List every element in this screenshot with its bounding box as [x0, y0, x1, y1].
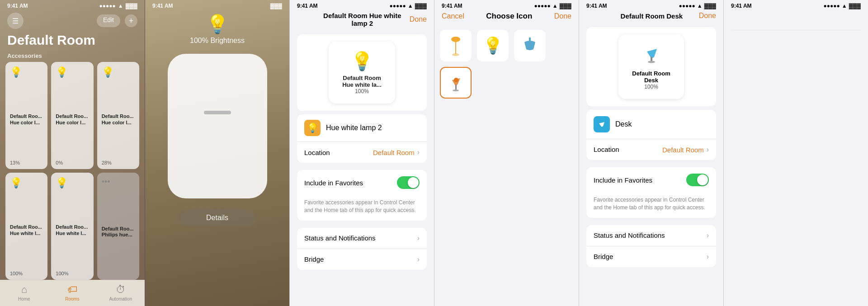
- tab-bar: ⌂ Home 🏷 Rooms ⏱ Automation: [0, 280, 145, 306]
- desk-name-text: Desk: [615, 120, 632, 128]
- cancel-button[interactable]: Cancel: [442, 12, 464, 20]
- desk-location-row[interactable]: Location Default Room ›: [586, 139, 716, 160]
- status-time-4: 9:41 AM: [442, 3, 462, 9]
- lamp-device-image: [168, 54, 267, 198]
- automation-icon: ⏱: [116, 284, 126, 296]
- desk-bridge-row[interactable]: Bridge ›: [586, 246, 716, 267]
- tile-name: Default Roo...Hue color l...: [56, 113, 89, 125]
- status-notifications-row[interactable]: Status and Notifications ›: [297, 228, 427, 249]
- status-bar-5: 9:41 AM ●●●●● ▲ ▓▓▓: [579, 0, 723, 10]
- tile-value: 13%: [10, 160, 43, 165]
- desk-favorites-toggle[interactable]: [686, 174, 709, 186]
- status-time-6: 9:41 AM: [731, 3, 752, 9]
- status-bar-2: 9:41 AM ▓▓▓: [145, 0, 289, 10]
- lamp-settings-body: 💡 Default RoomHue white la... 100% 💡 Hue…: [290, 31, 434, 306]
- toggle-knob: [408, 177, 419, 188]
- icons-grid: 💡: [434, 24, 579, 104]
- status-time-5: 9:41 AM: [586, 3, 607, 9]
- wifi-5: ▲: [697, 3, 703, 9]
- section-gap-3a: [290, 163, 434, 170]
- signal-6: ●●●●●: [824, 3, 840, 9]
- icon-preview: 💡 Default RoomHue white la... 100%: [329, 42, 395, 104]
- favorites-toggle[interactable]: [397, 176, 420, 189]
- status-time: 9:41 AM: [7, 3, 28, 9]
- tile-hue-white-2[interactable]: 💡 Default Roo...Hue white l... 100%: [51, 173, 93, 280]
- icon-floor-lamp[interactable]: [440, 30, 472, 61]
- icon-desk-lamp[interactable]: [440, 67, 472, 99]
- tab-rooms[interactable]: 🏷 Rooms: [48, 284, 97, 301]
- tile-value: 0%: [56, 160, 89, 165]
- tile-hue-white-1[interactable]: 💡 Default Roo...Hue white l... 100%: [5, 173, 47, 280]
- location-value: Default Room: [373, 149, 415, 156]
- tile-philips-hue[interactable]: ••• Default Roo...Philips hue...: [97, 173, 139, 280]
- details-button[interactable]: Details: [179, 209, 255, 226]
- section-gap-5a: [579, 160, 723, 167]
- svg-rect-4: [455, 85, 457, 90]
- tab-automation-label: Automation: [109, 297, 132, 301]
- status-icons-4: ●●●●● ▲ ▓▓▓: [534, 3, 571, 9]
- tile-hue-color-3[interactable]: 💡 Default Roo...Hue color l... 28%: [97, 62, 139, 169]
- divider-6a: [731, 30, 861, 30]
- tab-home[interactable]: ⌂ Home: [0, 284, 48, 301]
- icon-bulb[interactable]: 💡: [477, 30, 509, 61]
- done-button-4[interactable]: Done: [554, 12, 571, 20]
- desk-location-label: Location: [594, 146, 619, 154]
- svg-point-6: [454, 78, 458, 82]
- device-name-row[interactable]: 💡 Hue white lamp 2: [297, 114, 427, 141]
- bridge-row[interactable]: Bridge ›: [297, 249, 427, 270]
- bridge-chevron: ›: [417, 255, 420, 264]
- tile-icon-dots: •••: [102, 177, 135, 187]
- status-bar-4: 9:41 AM ●●●●● ▲ ▓▓▓: [434, 0, 579, 10]
- add-button[interactable]: +: [125, 14, 137, 27]
- location-label: Location: [304, 149, 330, 156]
- wifi-4: ▲: [552, 3, 558, 9]
- preview-name: Default RoomHue white la...: [342, 75, 382, 88]
- desk-settings-body: Default RoomDesk 100% Desk Location Defa…: [579, 24, 723, 306]
- desk-preview-value: 100%: [644, 84, 658, 90]
- desk-favorites-section: Include in Favorites: [586, 167, 716, 193]
- tile-hue-color-1[interactable]: 💡 Default Roo...Hue color l... 13%: [5, 62, 47, 169]
- done-button-3[interactable]: Done: [410, 15, 427, 24]
- desk-bridge-chevron: ›: [707, 253, 709, 261]
- tile-name: Default Roo...Philips hue...: [102, 226, 135, 238]
- tile-icon: 💡: [10, 177, 43, 189]
- desk-preview-name: Default RoomDesk: [632, 70, 670, 84]
- tile-value: 100%: [10, 271, 43, 276]
- nav-title-3: Default Room Hue white lamp 2: [315, 12, 410, 27]
- favorites-toggle-row: Include in Favorites: [297, 170, 427, 195]
- nav-bar-4: Cancel Choose Icon Done: [434, 10, 579, 24]
- tile-name: Default Roo...Hue color l...: [10, 113, 43, 125]
- icon-ceiling-lamp[interactable]: [514, 30, 546, 61]
- lamp-slot: [204, 111, 231, 114]
- icon-preview-card[interactable]: 💡 Default RoomHue white la... 100%: [297, 34, 427, 111]
- panel-lamp-settings: 9:41 AM ●●●●● ▲ ▓▓▓ Default Room Hue whi…: [289, 0, 434, 306]
- desk-status-row[interactable]: Status and Notifications ›: [586, 225, 716, 246]
- desk-fav-note-text: Favorite accessories appear in Control C…: [594, 196, 709, 212]
- location-row[interactable]: Location Default Room ›: [297, 142, 427, 163]
- tile-value: 100%: [56, 271, 89, 276]
- signal-4: ●●●●●: [534, 3, 551, 9]
- tile-icon: 💡: [56, 66, 89, 78]
- svg-point-5: [453, 89, 459, 91]
- done-button-5[interactable]: Done: [699, 12, 716, 20]
- tile-icon: 💡: [56, 177, 89, 189]
- tab-automation[interactable]: ⏱ Automation: [96, 284, 145, 301]
- wifi-3: ▲: [408, 3, 413, 9]
- menu-button[interactable]: ☰: [7, 13, 24, 29]
- nav-title-5: Default Room Desk: [604, 12, 699, 20]
- tile-name: Default Roo...Hue white l...: [56, 224, 89, 236]
- nav-bar-5: Default Room Desk Done: [579, 10, 723, 24]
- desk-status-chevron: ›: [707, 231, 709, 240]
- preview-icon: 💡: [351, 51, 373, 72]
- status-time-2: 9:41 AM: [152, 3, 173, 9]
- desk-icon-card[interactable]: Default RoomDesk 100%: [586, 27, 716, 106]
- desk-name-row[interactable]: Desk: [586, 110, 716, 139]
- status-icons-3: ●●●●● ▲ ▓▓▓: [390, 3, 427, 9]
- tile-hue-color-2[interactable]: 💡 Default Roo...Hue color l... 0%: [51, 62, 93, 169]
- bridge-label: Bridge: [304, 255, 324, 263]
- desk-name-icon: [594, 116, 610, 132]
- desk-favorites-row: Include in Favorites: [586, 167, 716, 193]
- tile-name: Default Roo...Hue color l...: [102, 113, 135, 125]
- battery-3: ▓▓▓: [415, 3, 427, 9]
- edit-button[interactable]: Edit: [97, 14, 120, 27]
